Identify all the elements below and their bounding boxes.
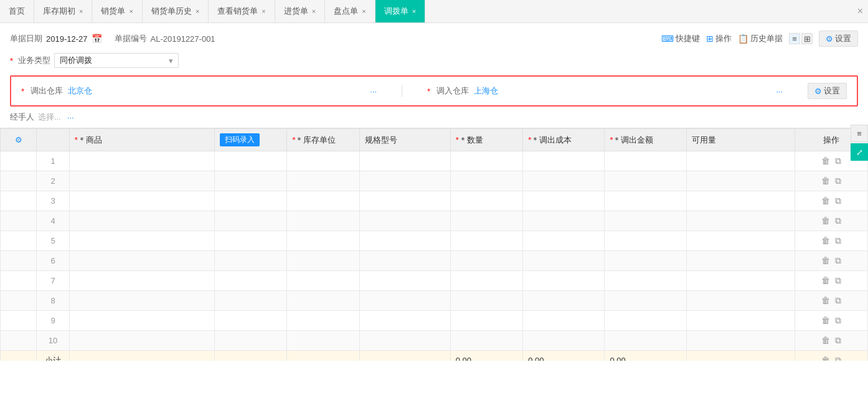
tab-close-transfer[interactable]: × bbox=[412, 7, 416, 15]
row-product-cell[interactable] bbox=[69, 231, 214, 251]
delete-row-icon[interactable]: 🗑 bbox=[821, 255, 830, 265]
copy-row-icon[interactable]: ⧉ bbox=[835, 236, 841, 245]
row-cost-cell bbox=[523, 231, 605, 251]
row-cost-cell bbox=[523, 171, 605, 191]
table-row: 8 🗑 ⧉ bbox=[1, 291, 868, 311]
doc-no-label: 单据编号 bbox=[115, 33, 147, 44]
row-amount-cell bbox=[605, 211, 686, 231]
tab-close-sales-history[interactable]: × bbox=[196, 7, 199, 15]
calendar-icon[interactable]: 📅 bbox=[92, 34, 102, 44]
copy-row-icon[interactable]: ⧉ bbox=[835, 355, 841, 361]
operation-button[interactable]: ⊞ 操作 bbox=[706, 33, 732, 44]
delete-row-icon[interactable]: 🗑 bbox=[821, 156, 830, 166]
row-scan-cell bbox=[214, 231, 287, 251]
row-product-cell[interactable] bbox=[69, 331, 214, 351]
tab-view-sales[interactable]: 查看销货单 × bbox=[209, 0, 275, 22]
copy-row-icon[interactable]: ⧉ bbox=[835, 196, 841, 206]
tab-close-inventory-init[interactable]: × bbox=[79, 7, 83, 15]
tab-inventory-init[interactable]: 库存期初 × bbox=[34, 0, 92, 22]
business-type-select[interactable]: 同价调拨 ▾ bbox=[54, 53, 179, 68]
doc-no-value: AL-20191227-001 bbox=[151, 34, 215, 44]
table-row: 5 🗑 ⧉ bbox=[1, 231, 868, 251]
row-product-cell[interactable] bbox=[69, 311, 214, 331]
col-scan-header[interactable]: 扫码录入 bbox=[214, 129, 287, 151]
col-settings-header[interactable]: ⚙ bbox=[1, 129, 37, 151]
delete-row-icon[interactable]: 🗑 bbox=[821, 355, 830, 361]
handler-dots[interactable]: ··· bbox=[67, 113, 74, 122]
row-product-cell[interactable] bbox=[69, 351, 214, 361]
row-qty-cell bbox=[450, 271, 523, 291]
handler-input[interactable]: 选择... bbox=[38, 112, 61, 123]
row-product-cell[interactable] bbox=[69, 291, 214, 311]
row-number: 小计 bbox=[37, 351, 69, 361]
float-expand-button[interactable]: ⤢ bbox=[851, 143, 868, 161]
operation-icon: ⊞ bbox=[706, 34, 714, 44]
close-all-tabs-button[interactable]: × bbox=[857, 0, 863, 22]
tab-sales-history[interactable]: 销货单历史 × bbox=[143, 0, 209, 22]
copy-row-icon[interactable]: ⧉ bbox=[835, 315, 841, 325]
delete-row-icon[interactable]: 🗑 bbox=[821, 216, 830, 226]
row-product-cell[interactable] bbox=[69, 191, 214, 211]
row-spec-cell bbox=[359, 271, 450, 291]
copy-row-icon[interactable]: ⧉ bbox=[835, 275, 841, 285]
copy-row-icon[interactable]: ⧉ bbox=[835, 156, 841, 166]
row-qty-cell bbox=[450, 151, 523, 171]
copy-row-icon[interactable]: ⧉ bbox=[835, 335, 841, 345]
delete-row-icon[interactable]: 🗑 bbox=[821, 315, 830, 325]
row-avail-cell bbox=[686, 331, 795, 351]
row-spec-cell bbox=[359, 351, 450, 361]
row-ops-cell: 🗑 ⧉ bbox=[795, 251, 868, 271]
row-number: 7 bbox=[37, 271, 69, 291]
row-product-cell[interactable] bbox=[69, 171, 214, 191]
tab-close-view-sales[interactable]: × bbox=[262, 7, 265, 15]
warehouse-settings-button[interactable]: ⚙ 设置 bbox=[808, 83, 847, 99]
tab-close-sales-order[interactable]: × bbox=[129, 7, 133, 15]
tab-home[interactable]: 首页 bbox=[0, 0, 34, 22]
scan-button[interactable]: 扫码录入 bbox=[220, 133, 260, 146]
toolbar-right: ⌨ 快捷键 ⊞ 操作 📋 历史单据 ≡ ⊞ ⚙ 设置 bbox=[661, 31, 858, 47]
copy-row-icon[interactable]: ⧉ bbox=[835, 216, 841, 226]
row-settings-cell bbox=[1, 311, 37, 331]
right-float-panel: ≡ ⤢ bbox=[851, 125, 868, 161]
transfer-in-dots[interactable]: ··· bbox=[776, 87, 783, 96]
delete-row-icon[interactable]: 🗑 bbox=[821, 335, 830, 345]
table-settings-icon[interactable]: ⚙ bbox=[15, 135, 22, 145]
row-scan-cell bbox=[214, 331, 287, 351]
row-spec-cell bbox=[359, 291, 450, 311]
copy-row-icon[interactable]: ⧉ bbox=[835, 255, 841, 265]
tab-close-inventory-check[interactable]: × bbox=[362, 7, 366, 15]
row-qty-cell bbox=[450, 251, 523, 271]
float-list-button[interactable]: ≡ bbox=[851, 125, 868, 142]
delete-row-icon[interactable]: 🗑 bbox=[821, 295, 830, 305]
delete-row-icon[interactable]: 🗑 bbox=[821, 176, 830, 186]
row-product-cell[interactable] bbox=[69, 211, 214, 231]
history-button[interactable]: 📋 历史单据 bbox=[738, 33, 783, 44]
shortcut-button[interactable]: ⌨ 快捷键 bbox=[661, 33, 700, 44]
row-product-cell[interactable] bbox=[69, 251, 214, 271]
row-amount-cell bbox=[605, 331, 686, 351]
tab-close-purchase[interactable]: × bbox=[312, 7, 316, 15]
row-ops-cell: 🗑 ⧉ bbox=[795, 231, 868, 251]
col-product-header: *＊商品 bbox=[69, 129, 214, 151]
list-view-button[interactable]: ≡ bbox=[789, 33, 800, 44]
tab-inventory-check[interactable]: 盘点单 × bbox=[325, 0, 375, 22]
delete-row-icon[interactable]: 🗑 bbox=[821, 275, 830, 285]
grid-view-button[interactable]: ⊞ bbox=[801, 33, 813, 44]
settings-button[interactable]: ⚙ 设置 bbox=[819, 31, 858, 47]
row-product-cell[interactable] bbox=[69, 271, 214, 291]
handler-row: 经手人 选择... ··· bbox=[0, 112, 868, 128]
delete-row-icon[interactable]: 🗑 bbox=[821, 196, 830, 206]
delete-row-icon[interactable]: 🗑 bbox=[821, 236, 830, 245]
tab-transfer[interactable]: 调拨单 × bbox=[375, 0, 425, 22]
tab-purchase[interactable]: 进货单 × bbox=[275, 0, 325, 22]
row-scan-cell bbox=[214, 171, 287, 191]
copy-row-icon[interactable]: ⧉ bbox=[835, 176, 841, 186]
warehouse-settings-icon: ⚙ bbox=[814, 87, 822, 96]
row-number: 8 bbox=[37, 291, 69, 311]
row-product-cell[interactable] bbox=[69, 151, 214, 171]
copy-row-icon[interactable]: ⧉ bbox=[835, 295, 841, 305]
row-ops-cell: 🗑 ⧉ bbox=[795, 171, 868, 191]
row-avail-cell bbox=[686, 231, 795, 251]
tab-sales-order[interactable]: 销货单 × bbox=[92, 0, 142, 22]
transfer-out-dots[interactable]: ··· bbox=[370, 87, 377, 96]
